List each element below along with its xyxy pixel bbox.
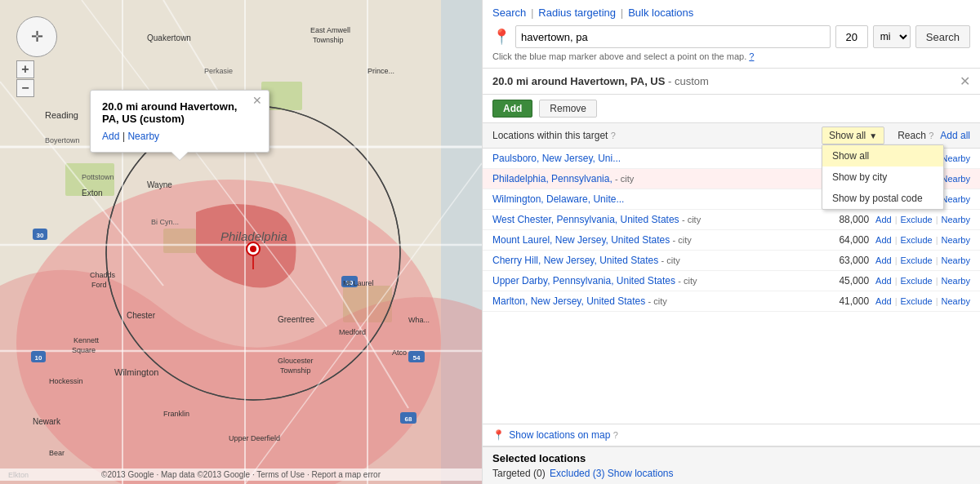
show-locations-link[interactable]: Show locations (608, 468, 674, 479)
nav-radius-link[interactable]: Radius targeting (538, 7, 616, 19)
search-hint: Click the blue map marker above and sele… (492, 51, 970, 61)
svg-text:Bear: Bear (49, 449, 65, 457)
show-on-map-help-icon[interactable]: ? (613, 430, 618, 440)
dropdown-arrow-icon: ▼ (869, 131, 877, 140)
popup-add-link[interactable]: Add (102, 131, 119, 142)
action-nearby[interactable]: Nearby (942, 215, 970, 224)
table-row: Upper Darby, Pennsylvania, United States… (483, 271, 980, 291)
action-add[interactable]: Add (875, 255, 892, 265)
action-exclude[interactable]: Exclude (901, 215, 933, 224)
action-nearby[interactable]: Nearby (942, 153, 970, 163)
panel-nav: Search | Radius targeting | Bulk locatio… (492, 7, 970, 19)
search-input[interactable] (515, 25, 831, 48)
action-nearby[interactable]: Nearby (942, 174, 970, 184)
location-actions: Add | Exclude | Nearby (875, 215, 970, 224)
action-nearby[interactable]: Nearby (942, 255, 970, 265)
action-add[interactable]: Add (875, 215, 892, 224)
selected-locations: Selected locations Targeted (0) Excluded… (483, 446, 980, 484)
dropdown-item-show-postal[interactable]: Show by postal code (822, 188, 943, 209)
action-exclude[interactable]: Exclude (901, 255, 933, 265)
search-button[interactable]: Search (915, 25, 970, 48)
svg-text:Franklin: Franklin (163, 410, 189, 418)
dropdown-item-show-all[interactable]: Show all (822, 145, 943, 167)
add-all-link[interactable]: Add all (940, 130, 970, 141)
svg-text:Gloucester: Gloucester (278, 357, 314, 365)
map-controls[interactable]: ✛ + − (16, 16, 57, 98)
selected-locations-title: Selected locations (492, 452, 970, 464)
map-panel: 476 276 30 10 30 54 68 Reading Boyertown… (0, 0, 482, 484)
locations-header: Locations within this target ? Show all … (483, 123, 980, 149)
show-all-button[interactable]: Show all ▼ (822, 127, 884, 144)
svg-text:Pottstown: Pottstown (82, 173, 114, 181)
action-exclude[interactable]: Exclude (901, 296, 933, 306)
show-on-map-row: 📍 Show locations on map ? (483, 424, 980, 446)
popup-title: 20.0 mi around Havertown, PA, US (custom… (102, 100, 246, 125)
table-row: Mount Laurel, New Jersey, United States … (483, 230, 980, 251)
distance-input[interactable] (835, 25, 868, 48)
action-add[interactable]: Add (875, 296, 892, 306)
map-pan-control[interactable]: ✛ (16, 16, 57, 57)
location-name: West Chester, Pennsylvania, United State… (492, 214, 813, 225)
svg-text:Perkasie: Perkasie (204, 67, 233, 75)
svg-text:Township: Township (280, 366, 311, 375)
selected-locations-sub: Targeted (0) Excluded (3) Show locations (492, 468, 970, 479)
svg-text:Wilmington: Wilmington (114, 367, 158, 377)
table-row: Marlton, New Jersey, United States - cit… (483, 291, 980, 312)
svg-text:Kennett: Kennett (74, 336, 100, 344)
svg-text:68: 68 (405, 415, 412, 423)
svg-text:54: 54 (413, 354, 421, 362)
show-on-map-link[interactable]: Show locations on map (509, 429, 610, 441)
location-name: Marlton, New Jersey, United States - cit… (492, 295, 813, 307)
action-add[interactable]: Add (875, 276, 892, 286)
excluded-link[interactable]: Excluded (3) (550, 468, 608, 479)
action-nearby[interactable]: Nearby (942, 235, 970, 245)
popup-close-button[interactable]: ✕ (252, 94, 262, 107)
dropdown-item-show-city[interactable]: Show by city (822, 167, 943, 188)
svg-text:Exton: Exton (82, 189, 103, 198)
location-actions: Add | Exclude | Nearby (875, 255, 970, 265)
svg-text:Hockessin: Hockessin (49, 377, 83, 385)
action-nearby[interactable]: Nearby (942, 194, 970, 204)
add-button[interactable]: Add (492, 100, 532, 118)
location-reach: 41,000 (820, 295, 869, 307)
location-actions: Add | Exclude | Nearby (875, 296, 970, 306)
remove-button[interactable]: Remove (539, 100, 597, 118)
location-reach: 63,000 (820, 255, 869, 266)
action-exclude[interactable]: Exclude (901, 235, 933, 245)
location-reach: 88,000 (820, 214, 869, 225)
search-row: 📍 mi km Search (492, 25, 970, 48)
map-popup: ✕ 20.0 mi around Havertown, PA, US (cust… (90, 90, 270, 153)
nav-bulk-link[interactable]: Bulk locations (628, 7, 693, 19)
reach-help-icon[interactable]: ? (929, 131, 933, 140)
svg-text:Chadds: Chadds (90, 271, 116, 279)
target-result-bar: 20.0 mi around Havertown, PA, US - custo… (483, 69, 980, 95)
unit-select[interactable]: mi km (873, 25, 911, 48)
svg-text:Newark: Newark (33, 417, 61, 426)
svg-text:Chester: Chester (127, 311, 156, 320)
svg-text:Philadelphia: Philadelphia (220, 229, 287, 243)
zoom-in-button[interactable]: + (16, 60, 34, 78)
nav-search-link[interactable]: Search (492, 7, 526, 19)
svg-text:Mt Laurel: Mt Laurel (343, 279, 374, 287)
action-nearby[interactable]: Nearby (942, 296, 970, 306)
action-exclude[interactable]: Exclude (901, 276, 933, 286)
popup-nearby-link[interactable]: Nearby (127, 131, 159, 142)
target-close-button[interactable]: ✕ (960, 73, 970, 89)
svg-text:Boyertown: Boyertown (45, 136, 80, 144)
zoom-out-button[interactable]: − (16, 79, 34, 97)
location-reach: 64,000 (820, 234, 869, 246)
action-nearby[interactable]: Nearby (942, 276, 970, 286)
map-pin-small-icon: 📍 (492, 429, 505, 441)
action-add[interactable]: Add (875, 235, 892, 245)
svg-text:Upper Deerfield: Upper Deerfield (229, 434, 280, 442)
svg-text:30: 30 (37, 232, 44, 239)
svg-text:Bi Cyn...: Bi Cyn... (151, 218, 179, 226)
location-pin-icon: 📍 (492, 28, 510, 46)
show-all-dropdown[interactable]: Show all ▼ Show all Show by city Show by… (822, 127, 884, 144)
hint-help-link[interactable]: ? (749, 51, 754, 61)
location-name: Paulsboro, New Jersey, Uni... (492, 153, 813, 164)
locations-help-icon[interactable]: ? (611, 131, 616, 140)
location-name: Philadelphia, Pennsylvania, - city (492, 173, 791, 184)
svg-text:Ford: Ford (91, 281, 107, 289)
table-row: West Chester, Pennsylvania, United State… (483, 210, 980, 230)
